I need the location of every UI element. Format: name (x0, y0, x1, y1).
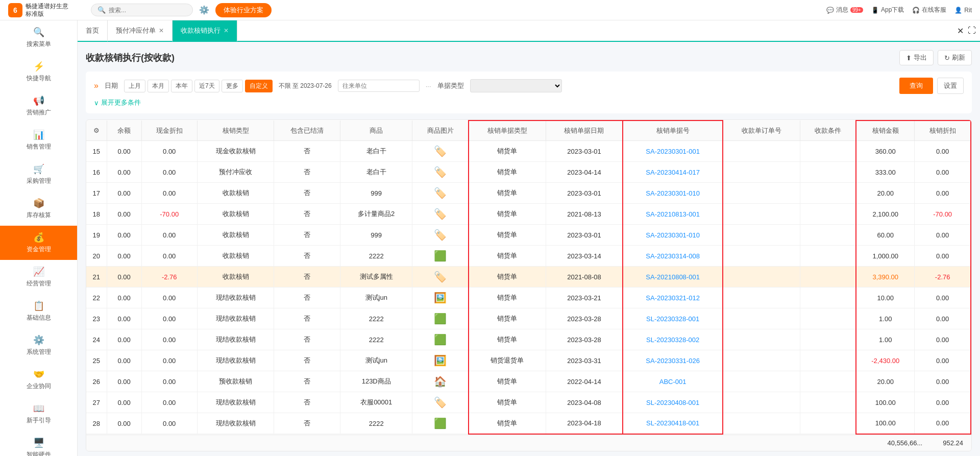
settings-icon[interactable]: ⚙️ (199, 5, 209, 15)
cell-cancel-bill-date: 2023-03-28 (546, 329, 623, 350)
sidebar-item-marketing[interactable]: 📢 营销推广 (0, 89, 77, 123)
cell-cancel-bill-no[interactable]: SA-20230301-010 (623, 183, 723, 204)
cell-goods-img: 🏷️ (412, 141, 469, 162)
cell-receipt-order-no (723, 204, 800, 225)
cell-cancel-bill-no[interactable]: SA-20230331-026 (623, 350, 723, 371)
cell-cancel-bill-no[interactable]: SA-20210808-001 (623, 267, 723, 287)
search-input[interactable] (109, 7, 180, 14)
cell-cancel-discount: 0.00 (915, 371, 971, 392)
cell-cancel-bill-no[interactable]: ABC-001 (623, 371, 723, 392)
cell-cancel-type: 现结收款核销 (197, 413, 274, 434)
sidebar-item-label: 资金管理 (27, 245, 51, 254)
cell-cash-discount: 0.00 (141, 350, 197, 371)
cell-cash-discount: 0.00 (141, 246, 197, 267)
refresh-button[interactable]: ↻ 刷新 (938, 50, 972, 65)
expand-conditions-btn[interactable]: ∨ 展开更多条件 (94, 98, 141, 107)
cell-cancel-bill-no[interactable]: SL-20230328-002 (623, 329, 723, 350)
date-btn-7days[interactable]: 近7天 (194, 80, 219, 92)
service-group[interactable]: 🎧 在线客服 (912, 6, 946, 14)
cell-cash-discount: 0.00 (141, 141, 197, 162)
tab-prepay[interactable]: 预付冲应付单 ✕ (108, 20, 173, 41)
date-btn-more[interactable]: 更多 (222, 80, 243, 92)
tab-home[interactable]: 首页 (78, 20, 108, 41)
cell-cancel-bill-no[interactable]: SA-20230321-012 (623, 287, 723, 308)
tab-prepay-close[interactable]: ✕ (159, 27, 164, 34)
sidebar-item-purchase[interactable]: 🛒 采购管理 (0, 157, 77, 191)
sidebar-item-search[interactable]: 🔍 搜索菜单 (0, 20, 77, 55)
cell-balance: 0.00 (107, 246, 141, 267)
tab-receipt-cancel-close[interactable]: ✕ (224, 27, 229, 34)
cell-cancel-bill-no[interactable]: SA-20230414-017 (623, 162, 723, 183)
partner-more-icon[interactable]: ··· (426, 82, 431, 90)
cell-receipt-condition (800, 329, 856, 350)
cell-cancel-type: 收款核销 (197, 246, 274, 267)
cell-cancel-amount: 100.00 (856, 413, 915, 434)
cell-cancel-bill-type: 销货单 (469, 413, 546, 434)
cell-cancel-bill-no[interactable]: SL-20230418-001 (623, 413, 723, 434)
cell-cancel-amount: 333.00 (856, 162, 915, 183)
cell-cash-discount: -2.76 (141, 267, 197, 287)
sidebar-item-hardware[interactable]: 🖥️ 智能硬件 (0, 431, 77, 456)
sidebar-item-base-info[interactable]: 📋 基础信息 (0, 294, 77, 328)
cell-cancel-bill-no[interactable]: SL-20230408-001 (623, 392, 723, 413)
tab-close-all-icon[interactable]: ✕ (957, 26, 964, 36)
sidebar-item-system[interactable]: ⚙️ 系统管理 (0, 328, 77, 363)
search-box[interactable]: 🔍 (91, 4, 193, 16)
cell-include-settled: 否 (274, 162, 340, 183)
cell-cancel-discount: 0.00 (915, 141, 971, 162)
filter-expand-icon[interactable]: » (94, 81, 99, 90)
date-btn-last-month[interactable]: 上月 (124, 80, 145, 92)
cell-cancel-bill-type: 销货单 (469, 308, 546, 329)
bill-type-select[interactable] (470, 79, 562, 92)
cell-cancel-bill-no[interactable]: SA-20230314-008 (623, 246, 723, 267)
tab-expand-icon[interactable]: ⛶ (968, 26, 976, 35)
sidebar-item-label: 搜索菜单 (27, 40, 51, 49)
cell-cancel-bill-no[interactable]: SA-20230301-001 (623, 141, 723, 162)
search-icon: 🔍 (97, 6, 106, 14)
cell-receipt-condition (800, 162, 856, 183)
cell-cancel-amount: 100.00 (856, 392, 915, 413)
cell-balance: 0.00 (107, 371, 141, 392)
settings-button[interactable]: 设置 (937, 78, 964, 94)
tab-receipt-cancel[interactable]: 收款核销执行 ✕ (173, 20, 237, 41)
solution-button[interactable]: 体验行业方案 (215, 3, 272, 17)
query-button[interactable]: 查询 (899, 78, 933, 94)
sidebar-item-inventory[interactable]: 📦 库存核算 (0, 191, 77, 226)
filter-row-1: » 日期 上月 本月 本年 近7天 更多 自定义 不限 至 2023-07-26… (94, 78, 964, 94)
cell-goods-img: 🏷️ (412, 162, 469, 183)
cell-cancel-bill-no[interactable]: SA-20230301-010 (623, 225, 723, 246)
cell-cancel-discount: 0.00 (915, 225, 971, 246)
sidebar-item-operations[interactable]: 📈 经营管理 (0, 260, 77, 294)
partner-input[interactable] (338, 80, 420, 92)
sidebar-item-guide[interactable]: 📖 新手引导 (0, 397, 77, 431)
sidebar-item-sales[interactable]: 📊 销售管理 (0, 123, 77, 157)
cell-cancel-bill-date: 2023-04-08 (546, 392, 623, 413)
cell-cancel-bill-type: 销货单 (469, 162, 546, 183)
export-button[interactable]: ⬆ 导出 (899, 50, 934, 65)
date-btn-this-year[interactable]: 本年 (171, 80, 192, 92)
cell-cancel-bill-type: 销货单 (469, 141, 546, 162)
cell-cancel-type: 收款核销 (197, 225, 274, 246)
sidebar-item-quicknav[interactable]: ⚡ 快捷导航 (0, 55, 77, 89)
cell-receipt-order-no (723, 350, 800, 371)
cell-cancel-type: 现结收款核销 (197, 350, 274, 371)
cell-receipt-order-no (723, 267, 800, 287)
cell-cancel-bill-no[interactable]: SA-20210813-001 (623, 204, 723, 225)
col-settings[interactable]: ⚙ (86, 121, 107, 141)
cell-cancel-bill-no[interactable]: SL-20230328-001 (623, 308, 723, 329)
cell-receipt-condition (800, 183, 856, 204)
date-btn-this-month[interactable]: 本月 (148, 80, 169, 92)
data-table-wrapper: ⚙ 余额 现金折扣 核销类型 包含已结清 商品 商品图片 核销单据类型 核销单据… (86, 119, 972, 451)
sidebar-item-finance[interactable]: 💰 资金管理 (0, 226, 77, 260)
user-info[interactable]: 👤 Rit (954, 7, 972, 14)
cell-cash-discount: 0.00 (141, 225, 197, 246)
cell-goods: 999 (340, 183, 412, 204)
app-download-group[interactable]: 📱 App下载 (871, 6, 904, 14)
date-btn-custom[interactable]: 自定义 (245, 80, 273, 92)
cooperation-icon: 🤝 (33, 369, 44, 380)
message-group[interactable]: 💬 消息 99+ (826, 6, 863, 14)
cell-cancel-bill-type: 销货单 (469, 204, 546, 225)
cell-cancel-discount: 0.00 (915, 246, 971, 267)
sidebar-item-cooperation[interactable]: 🤝 企业协同 (0, 363, 77, 397)
cell-id: 26 (86, 371, 107, 392)
